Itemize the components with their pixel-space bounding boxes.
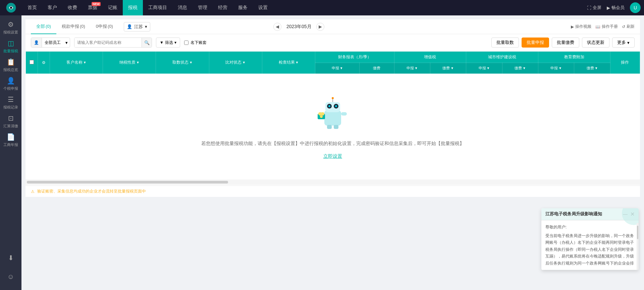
search-box: 🔍 xyxy=(74,38,152,48)
nav-services[interactable]: 服务 xyxy=(233,0,253,15)
th-edu-fee: 缴费 ▼ xyxy=(574,63,610,74)
tax-summary-icon: 📋 xyxy=(7,58,15,66)
sort-icon: ▼ xyxy=(189,61,193,64)
sidebar-item-user[interactable]: ☺ xyxy=(0,267,21,286)
operation-video-button[interactable]: ▶ 操作视频 xyxy=(571,24,591,29)
th-check-result: 检查结果 ▼ xyxy=(262,52,315,74)
filter-button[interactable]: ▼ 筛选 ▾ xyxy=(156,38,180,48)
sidebar-item-tax-records[interactable]: ☰ 报税记录 xyxy=(0,93,21,112)
nav-accounting[interactable]: 记账 xyxy=(103,0,123,15)
sort-icon: ▼ xyxy=(595,66,598,70)
notification-minimize[interactable]: — xyxy=(623,211,628,217)
search-icon: 🔍 xyxy=(144,40,150,45)
notification-content: 受当前电子税务局进一步升级的影响，同一个政务网账号（办税人）名下的企业不能再同时… xyxy=(545,232,635,267)
sidebar-item-tax-settings[interactable]: ⚙ 报税设置 xyxy=(0,18,21,37)
personal-tax-icon: 👤 xyxy=(7,77,15,85)
sort-icon: ▼ xyxy=(296,61,299,64)
th-city-declare: 申报 ▼ xyxy=(466,63,502,74)
operation-manual-button[interactable]: 📖 操作手册 xyxy=(595,24,618,29)
th-education: 教育费附加 xyxy=(538,52,610,63)
horizontal-scrollbar[interactable] xyxy=(25,179,640,185)
more-button[interactable]: 更多 ▾ xyxy=(612,38,635,48)
sidebar-item-batch-tax[interactable]: ◫ 批量报税 xyxy=(0,37,21,56)
th-fetch-status: 取数状态 ▼ xyxy=(156,52,209,74)
th-city-fee: 缴费 ▼ xyxy=(502,63,538,74)
batch-declare-button[interactable]: 批量申报 xyxy=(522,38,549,48)
toolbar: 👤 全部员工 ▾ 🔍 ▼ 筛选 ▾ 名下账套 批量取数 批量申报 xyxy=(25,34,640,51)
notification-greeting: 尊敬的用户: xyxy=(545,224,635,230)
tab-zero-declare[interactable]: 0申报 (0) xyxy=(91,19,118,34)
nav-home[interactable]: 首页 xyxy=(22,0,42,15)
search-button[interactable]: 🔍 xyxy=(142,38,152,47)
status-bar: ⚠ 验证账密、采集信息均成功的企业才会流转至批量报税页面中 xyxy=(25,186,640,197)
tax-settings-icon: ⚙ xyxy=(8,20,14,28)
sidebar-item-tax-summary[interactable]: 📋 报税总览 xyxy=(0,56,21,74)
notification-header: 江苏电子税务局升级影响通知 — ✕ xyxy=(541,208,639,220)
nav-invoice[interactable]: 票据 NEW xyxy=(83,0,103,15)
notification-close-button[interactable]: ✕ xyxy=(630,211,635,217)
svg-point-15 xyxy=(321,112,324,116)
region-select[interactable]: 👤 江苏 ▾ xyxy=(124,22,150,31)
tab-action-buttons: ▶ 操作视频 📖 操作手册 ↺ 刷新 xyxy=(571,24,635,29)
nav-admin[interactable]: 管理 xyxy=(193,0,213,15)
svg-point-9 xyxy=(332,97,334,99)
batch-pay-button[interactable]: 批量缴费 xyxy=(552,38,579,48)
nav-customer[interactable]: 客户 xyxy=(42,0,62,15)
status-update-button[interactable]: 状态更新 xyxy=(582,38,609,48)
robot-illustration xyxy=(313,94,353,134)
toolbar-right-buttons: 批量取数 批量申报 批量缴费 状态更新 更多 ▾ xyxy=(491,38,635,48)
tab-all[interactable]: 全部 (0) xyxy=(31,19,56,34)
sort-icon: ▼ xyxy=(450,66,454,70)
person-icon: 👤 xyxy=(127,24,132,29)
sidebar-item-download[interactable]: ⬇ xyxy=(0,248,21,267)
sort-icon: ▼ xyxy=(340,66,343,70)
scroll-thumb[interactable] xyxy=(27,181,228,184)
svg-rect-2 xyxy=(324,111,341,126)
logo[interactable] xyxy=(3,0,19,15)
settlement-icon: ⊡ xyxy=(8,114,14,122)
batch-fetch-button[interactable]: 批量取数 xyxy=(491,38,519,48)
named-accounts-checkbox[interactable] xyxy=(184,41,189,45)
batch-tax-icon: ◫ xyxy=(8,39,14,47)
member-button[interactable]: ▶ 畅会员 xyxy=(607,5,625,11)
select-all-checkbox[interactable] xyxy=(30,60,34,64)
search-input[interactable] xyxy=(74,38,142,47)
warning-icon: ⚠ xyxy=(31,189,35,194)
employee-select-arrow[interactable]: ▾ xyxy=(63,38,70,47)
svg-point-6 xyxy=(328,105,330,107)
notification-title: 江苏电子税务局升级影响通知 xyxy=(545,211,602,217)
filter-icon: ▼ xyxy=(160,40,164,45)
next-month-button[interactable]: ▶ xyxy=(316,23,324,31)
nav-operations[interactable]: 经营 xyxy=(213,0,233,15)
checkbox-label[interactable]: 名下账套 xyxy=(184,40,207,46)
sidebar-bottom: ⬇ ☺ xyxy=(0,248,21,290)
refresh-button[interactable]: ↺ 刷新 xyxy=(622,24,635,29)
user-avatar[interactable]: U xyxy=(630,2,641,13)
tab-tax-declare[interactable]: 税款申报 (0) xyxy=(56,19,91,34)
nav-business[interactable]: 工商项目 xyxy=(143,0,172,15)
sidebar-item-settlement[interactable]: ⊡ 汇算清缴 xyxy=(0,112,21,131)
sidebar-item-annual-report[interactable]: 📄 工商年报 xyxy=(0,131,21,149)
nav-tax[interactable]: 报税 xyxy=(123,0,143,15)
employee-select[interactable]: 👤 全部员工 ▾ xyxy=(31,38,70,48)
chevron-down-icon: ▾ xyxy=(145,24,147,29)
th-edu-declare: 申报 ▼ xyxy=(538,63,574,74)
prev-month-button[interactable]: ◀ xyxy=(273,23,281,31)
sidebar-item-personal-tax[interactable]: 👤 个税申报 xyxy=(0,74,21,93)
sort-icon: ▼ xyxy=(523,66,526,70)
member-icon: ▶ xyxy=(607,5,610,10)
th-vat-declare: 申报 ▼ xyxy=(394,63,430,74)
nav-settings[interactable]: 设置 xyxy=(253,0,273,15)
more-arrow-icon: ▾ xyxy=(627,40,630,45)
nav-messages[interactable]: 消息 xyxy=(172,0,193,15)
download-icon: ⬇ xyxy=(8,254,14,262)
th-vat: 增值税 xyxy=(394,52,466,63)
fullscreen-button[interactable]: ⛶ 全屏 xyxy=(587,5,601,11)
tax-records-icon: ☰ xyxy=(8,95,14,103)
employee-icon: 👤 xyxy=(31,38,42,47)
setup-link[interactable]: 立即设置 xyxy=(323,153,342,159)
sidebar: ⚙ 报税设置 ◫ 批量报税 📋 报税总览 👤 个税申报 ☰ 报税记录 ⊡ 汇算清… xyxy=(0,15,21,290)
nav-right-actions: ⛶ 全屏 ▶ 畅会员 U xyxy=(587,2,641,13)
notification-panel: 江苏电子税务局升级影响通知 — ✕ 尊敬的用户: 受当前电子税务局进一步升级的影… xyxy=(541,208,639,270)
nav-billing[interactable]: 收费 xyxy=(62,0,83,15)
